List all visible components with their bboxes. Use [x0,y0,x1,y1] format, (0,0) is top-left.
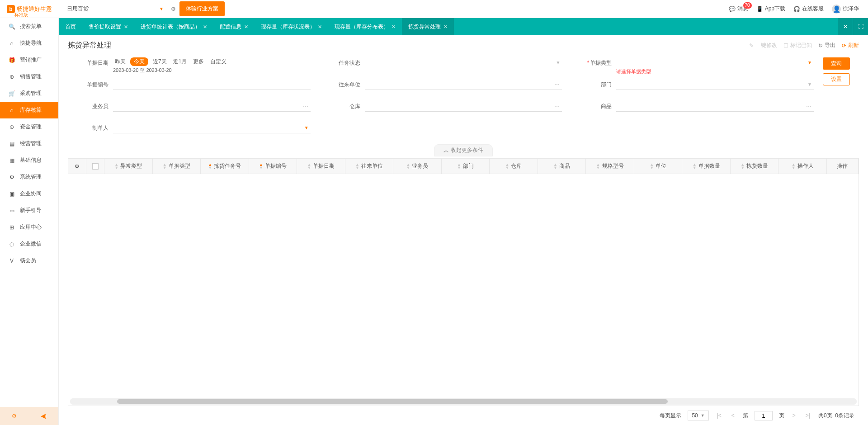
task-status-input[interactable]: ▼ [365,57,562,68]
warehouse-input[interactable]: ⋯ [365,101,562,112]
date-chip[interactable]: 自定义 [208,57,228,66]
checkbox-icon[interactable] [92,163,99,170]
tab[interactable]: 售价提取设置✕ [82,18,134,35]
refresh-action[interactable]: ⟳ 刷新 [842,42,859,49]
close-icon[interactable]: ✕ [392,24,396,30]
prev-page-button[interactable]: < [730,412,736,419]
first-page-button[interactable]: |< [715,412,723,419]
table-column-header[interactable]: ▲▼商品 [538,159,586,174]
table-column-header[interactable]: ▲▼拣货数量 [731,159,779,174]
chevron-down-icon: ▼ [807,60,812,65]
close-icon[interactable]: ✕ [124,24,128,30]
sidebar-item-label: 营销推广 [20,56,42,64]
table-column-header[interactable]: ▲▼单据数量 [682,159,731,174]
table-column-header[interactable]: ▲▼异常类型 [104,159,153,174]
per-page-select[interactable]: 50 ▼ [688,411,708,420]
filter-maker: 制单人 ▼ [77,123,311,141]
sidebar-item[interactable]: ▭新手引导 [0,202,58,219]
logo-edition: 标准版 [14,12,28,18]
online-service-button[interactable]: 🎧 在线客服 [793,5,824,13]
sidebar-item[interactable]: ⌂快捷导航 [0,35,58,52]
date-chip[interactable]: 今天 [130,57,148,66]
table-column-header[interactable]: ▲▼部门 [442,159,490,174]
sidebar-item[interactable]: ⚙系统管理 [0,169,58,185]
tab[interactable]: 拣货异常处理✕ [402,18,454,35]
date-chip[interactable]: 近7天 [151,57,169,66]
sidebar-item[interactable]: ▦基础信息 [0,152,58,169]
date-chip[interactable]: 近1月 [171,57,189,66]
logo[interactable]: b 畅捷通好生意 标准版 [0,5,59,13]
sidebar-item-label: 经营管理 [20,140,42,147]
table-column-header[interactable]: ▲▼单据类型 [153,159,201,174]
partner-input[interactable]: ⋯ [365,79,562,90]
tab[interactable]: 配置信息✕ [213,18,255,35]
horizontal-scrollbar[interactable] [70,398,857,405]
next-page-button[interactable]: > [791,412,797,419]
table-column-header[interactable]: ▲▼往来单位 [345,159,394,174]
dept-input[interactable]: ▼ [616,79,814,90]
tab[interactable]: 进货单统计表（按商品）✕ [134,18,213,35]
username: 徐泽华 [843,5,859,13]
sort-icon: ▲▼ [163,163,167,170]
page-input[interactable] [755,411,773,420]
batch-edit-action[interactable]: ✎ 一键修改 [749,42,777,49]
sidebar-item[interactable]: V畅会员 [0,252,58,269]
tab[interactable]: 现存量（库存分布表）✕ [328,18,402,35]
tab[interactable]: 首页 [59,18,82,35]
try-plan-button[interactable]: 体验行业方案 [179,1,225,16]
close-icon[interactable]: ✕ [244,24,248,30]
settings-icon[interactable]: ⚙ [12,413,17,419]
tabs-close-all[interactable]: ✕ [837,18,853,35]
column-label: 单据日期 [313,162,335,170]
close-icon[interactable]: ✕ [443,24,448,30]
user-menu[interactable]: 👤 徐泽华 [832,5,859,14]
tabs-fullscreen[interactable]: ⛶ [853,18,868,35]
close-icon[interactable]: ✕ [318,24,322,30]
table-column-header[interactable]: ▲▼单据编号 [249,159,297,174]
date-chip[interactable]: 更多 [191,57,206,66]
sidebar-item[interactable]: ⊙资金管理 [0,118,58,135]
table-column-header[interactable]: ▲▼仓库 [490,159,538,174]
table-column-header[interactable]: ▲▼单位 [634,159,683,174]
collapse-sidebar-icon[interactable]: ◀) [41,413,47,419]
sidebar-item[interactable]: ⌂库存核算 [0,102,58,118]
sidebar-item[interactable]: 🛒采购管理 [0,85,58,102]
table-column-header[interactable]: ▲▼单据日期 [297,159,345,174]
table-settings-column[interactable]: ⚙ [68,159,86,174]
maker-input[interactable]: ▼ [113,123,311,133]
sidebar-item[interactable]: ⊕销售管理 [0,68,58,85]
app-download-button[interactable]: 📱 App下载 [756,5,785,13]
bill-type-input[interactable]: ▼ 请选择单据类型 [616,57,814,68]
close-icon[interactable]: ✕ [203,24,207,30]
date-chip[interactable]: 昨天 [113,57,127,66]
column-label: 规格型号 [602,162,624,170]
tab[interactable]: 现存量（库存状况表）✕ [255,18,328,35]
query-button[interactable]: 查询 [823,57,850,70]
table-column-header[interactable]: ▲▼拣货任务号 [201,159,249,174]
sort-icon: ▲▼ [650,163,654,170]
settings-button[interactable]: 设置 [823,73,850,85]
salesman-input[interactable]: ⋯ [113,101,311,112]
mark-read-action[interactable]: ☐ 标记已知 [783,42,812,49]
sidebar-item[interactable]: ▤经营管理 [0,135,58,152]
export-action[interactable]: ↻ 导出 [818,42,835,49]
column-label: 仓库 [511,162,522,170]
goods-input[interactable]: ⋯ [616,101,814,112]
sidebar-item[interactable]: ⊞应用中心 [0,219,58,236]
select-all-column[interactable] [86,159,104,174]
table-column-header[interactable]: 操作 [827,159,859,174]
table-column-header[interactable]: ▲▼操作人 [778,159,827,174]
tenant-settings-icon[interactable]: ⚙ [171,6,176,12]
scrollbar-thumb[interactable] [117,399,668,404]
collapse-filters-button[interactable]: ︽ 收起更多条件 [434,144,492,156]
message-button[interactable]: 💬 消息 70 [729,5,748,13]
last-page-button[interactable]: >| [804,412,812,419]
tenant-selector[interactable]: 日用百货 ▼ [63,3,167,14]
sidebar-item[interactable]: 🔍搜索菜单 [0,18,58,35]
table-column-header[interactable]: ▲▼规格型号 [586,159,634,174]
table-column-header[interactable]: ▲▼业务员 [393,159,442,174]
sidebar-item[interactable]: 🎁营销推广 [0,52,58,68]
bill-no-input[interactable] [113,79,311,90]
sidebar-item[interactable]: ◌企业微信 [0,236,58,252]
sidebar-item[interactable]: ▣企业协同 [0,185,58,202]
